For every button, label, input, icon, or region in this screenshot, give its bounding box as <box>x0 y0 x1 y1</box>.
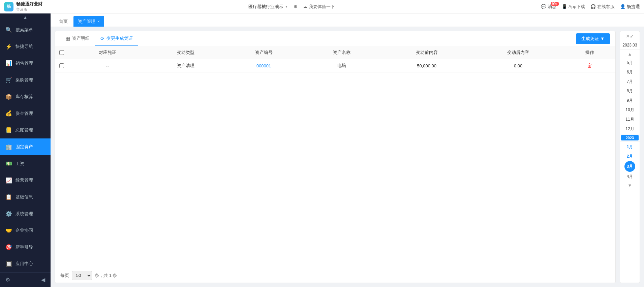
main-panel: ▦ 资产明细 ⟳ 变更生成凭证 生成凭证 ▼ <box>55 31 616 283</box>
message-icon: 💬 <box>541 4 546 9</box>
quick-nav-icon: ⚡ <box>5 43 12 50</box>
collapse-icon[interactable]: ◀ <box>41 277 45 283</box>
sidebar-item-search[interactable]: 🔍 搜索菜单 <box>0 22 51 38</box>
user-icon: 👤 <box>620 4 625 9</box>
cal-month-7[interactable]: 7月 <box>620 77 640 86</box>
generate-voucher-button[interactable]: 生成凭证 ▼ <box>576 33 610 44</box>
main-layout: ▲ 🔍 搜索菜单 ⚡ 快捷导航 📊 销售管理 🛒 采购管理 📦 库存核算 💰 资… <box>0 13 644 287</box>
cal-month-5[interactable]: 5月 <box>620 58 640 67</box>
chevron-down-icon: ▼ <box>285 5 288 8</box>
tab-change-voucher-label: 变更生成凭证 <box>106 35 133 41</box>
tab-home[interactable]: 首页 <box>55 16 72 27</box>
tab-asset-management[interactable]: 资产管理 × <box>73 16 104 27</box>
settings-bottom-icon[interactable]: ⚙ <box>5 277 10 283</box>
sidebar-item-fixed-assets[interactable]: 🏢 固定资产 <box>0 138 51 155</box>
sidebar-item-app-center[interactable]: 🔲 应用中心 <box>0 256 51 273</box>
sidebar-item-payroll[interactable]: 💵 工资 <box>0 155 51 172</box>
sidebar: ▲ 🔍 搜索菜单 ⚡ 快捷导航 📊 销售管理 🛒 采购管理 📦 库存核算 💰 资… <box>0 13 51 287</box>
sidebar-item-system[interactable]: ⚙️ 系统管理 <box>0 205 51 222</box>
basic-info-icon: 📋 <box>5 194 12 200</box>
cal-month-4[interactable]: 4月 <box>620 172 640 181</box>
sidebar-item-sales[interactable]: 📊 销售管理 <box>0 55 51 72</box>
app-edition: 普及版 <box>16 7 42 12</box>
cal-month-1[interactable]: 1月 <box>620 142 640 152</box>
col-asset-name: 资产名称 <box>303 46 381 59</box>
col-after: 变动后内容 <box>472 46 564 59</box>
header-left: 畅 畅捷通好业财 普及版 <box>4 1 42 12</box>
feedback-button[interactable]: ☁ 我要体验一下 <box>303 4 335 10</box>
settings-icon[interactable]: ⚙ <box>291 2 300 11</box>
cal-month-12[interactable]: 12月 <box>620 124 640 133</box>
table-row: -- 资产清理 000001 电脑 50,000.00 0.00 🗑 <box>55 59 615 72</box>
row-before: 50,000.00 <box>381 59 472 72</box>
per-page-select[interactable]: 10 20 50 100 <box>72 271 92 280</box>
table-icon: ▦ <box>66 36 70 41</box>
sidebar-item-enterprise[interactable]: 🤝 企业协同 <box>0 222 51 239</box>
data-table: 对应凭证 变动类型 资产编号 资产名称 变动前内容 变动后内容 操作 <box>55 46 615 72</box>
tab-close-icon[interactable]: × <box>97 19 100 24</box>
purchase-icon: 🛒 <box>5 77 12 84</box>
sidebar-item-ledger[interactable]: 📒 总账管理 <box>0 122 51 139</box>
sidebar-scroll-up[interactable]: ▲ <box>0 13 51 22</box>
calendar-header: ✕ ⤢ 2023.03 <box>620 31 640 50</box>
tab-asset-detail[interactable]: ▦ 资产明细 <box>60 31 95 46</box>
sidebar-item-guide[interactable]: 🎯 新手引导 <box>0 239 51 256</box>
sidebar-label-ledger: 总账管理 <box>16 127 33 133</box>
sidebar-item-quick-nav[interactable]: ⚡ 快捷导航 <box>0 38 51 55</box>
sidebar-label-enterprise: 企业协同 <box>16 227 33 233</box>
inventory-icon: 📦 <box>5 93 12 100</box>
tab-asset-detail-label: 资产明细 <box>72 35 90 41</box>
header-center: 医疗器械行业演示 ▼ ⚙ ☁ 我要体验一下 <box>248 2 335 11</box>
calendar-scroll-up[interactable]: ▲ <box>620 50 640 58</box>
sidebar-label-operations: 经营管理 <box>16 177 33 183</box>
select-all-checkbox[interactable] <box>59 50 64 55</box>
tab-asset-management-label: 资产管理 <box>78 19 95 25</box>
app-logo: 畅 <box>4 2 13 11</box>
operations-icon: 📈 <box>5 177 12 184</box>
sidebar-item-inventory[interactable]: 📦 库存核算 <box>0 88 51 105</box>
cal-month-6[interactable]: 6月 <box>620 67 640 77</box>
cal-month-10[interactable]: 10月 <box>620 105 640 115</box>
feedback-label: 我要体验一下 <box>309 4 335 10</box>
app-download-label: App下载 <box>569 4 585 10</box>
username: 畅捷通 <box>627 4 640 10</box>
sidebar-item-purchase[interactable]: 🛒 采购管理 <box>0 72 51 89</box>
finance-icon: 💰 <box>5 110 12 117</box>
messages-button[interactable]: 💬 消息 99+ <box>541 4 556 10</box>
service-icon: 🎧 <box>590 4 596 9</box>
calendar-scroll-down[interactable]: ▼ <box>620 181 640 189</box>
cal-month-8[interactable]: 8月 <box>620 86 640 96</box>
tab-change-voucher[interactable]: ⟳ 变更生成凭证 <box>95 31 138 46</box>
calendar-close-button[interactable]: ✕ ⤢ <box>620 31 640 41</box>
sidebar-label-app-center: 应用中心 <box>16 261 33 267</box>
row-asset-name: 电脑 <box>303 59 381 72</box>
tab-bar: 首页 资产管理 × <box>51 13 644 27</box>
col-change-type: 变动类型 <box>147 46 225 59</box>
sub-tabs: ▦ 资产明细 ⟳ 变更生成凭证 生成凭证 ▼ <box>55 31 615 46</box>
delete-button[interactable]: 🗑 <box>587 63 592 68</box>
row-asset-code[interactable]: 000001 <box>225 59 303 72</box>
download-icon: 📱 <box>562 4 567 9</box>
row-action-cell: 🗑 <box>564 59 615 72</box>
cal-year-badge[interactable]: 2023 <box>621 135 639 140</box>
customer-service-button[interactable]: 🎧 在线客服 <box>590 4 615 10</box>
user-profile[interactable]: 👤 畅捷通 <box>620 4 640 10</box>
cal-month-2[interactable]: 2月 <box>620 152 640 161</box>
table-footer: 每页 10 20 50 100 条，共 1 条 <box>55 268 615 283</box>
sidebar-label-guide: 新手引导 <box>16 244 33 250</box>
sidebar-label-search: 搜索菜单 <box>16 27 33 33</box>
cal-month-3-active[interactable]: 3月 <box>624 161 635 172</box>
app-download-button[interactable]: 📱 App下载 <box>562 4 585 10</box>
row-checkbox[interactable] <box>59 63 64 68</box>
company-selector[interactable]: 医疗器械行业演示 ▼ <box>248 4 288 10</box>
cal-separator-2 <box>620 141 640 141</box>
change-icon: ⟳ <box>100 36 104 41</box>
cal-month-9[interactable]: 9月 <box>620 96 640 105</box>
sidebar-item-operations[interactable]: 📈 经营管理 <box>0 172 51 189</box>
sidebar-item-finance[interactable]: 💰 资金管理 <box>0 105 51 122</box>
cal-month-11[interactable]: 11月 <box>620 115 640 124</box>
sidebar-item-basic-info[interactable]: 📋 基础信息 <box>0 189 51 205</box>
row-checkbox-cell <box>55 59 68 72</box>
app-center-icon: 🔲 <box>5 260 12 267</box>
col-checkbox <box>55 46 68 59</box>
